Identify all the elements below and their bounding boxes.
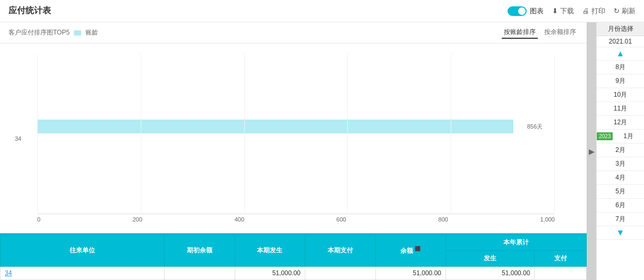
header: 应付统计表 图表 ⬇ 下载 🖨 打印 ↻ 刷新 (0, 0, 644, 22)
col-unit-header: 往来单位 (1, 235, 165, 267)
sort-by-balance-button[interactable]: 按账龄排序 (502, 27, 538, 39)
refresh-label: 刷新 (622, 6, 636, 16)
sidebar-month-3[interactable]: 3月 (597, 157, 644, 171)
x-tick-600: 600 (337, 216, 346, 223)
balance-cell: 51,000.00 (375, 267, 445, 280)
x-axis: 0 200 400 600 800 1,000 (37, 214, 555, 223)
sidebar-month-6[interactable]: 6月 (597, 199, 644, 213)
sidebar-month-2[interactable]: 2月 (597, 143, 644, 157)
y-axis-label: 34 (15, 135, 21, 142)
chart-legend: 客户应付排序图TOP5 账龄 (8, 28, 98, 37)
data-table: 往来单位 期初余额 本期发生 本期支付 余额 ⬛ 本年累计 (0, 234, 587, 280)
page-title: 应付统计表 (8, 5, 51, 16)
table-section: 往来单位 期初余额 本期发生 本期支付 余额 ⬛ 本年累计 (0, 233, 587, 280)
sidebar-month-9[interactable]: 9月 (597, 74, 644, 88)
col-ytd-occur-header: 发生 (445, 251, 534, 267)
chart-toggle-wrap: 图表 (508, 6, 544, 16)
x-tick-400: 400 (235, 216, 244, 223)
ytd-occur-cell: 51,000.00 (445, 267, 534, 280)
chevron-up-icon: ▲ (616, 49, 625, 58)
legend-dot (74, 30, 81, 36)
sidebar-month-8[interactable]: 8月 (597, 61, 644, 74)
download-button[interactable]: ⬇ 下载 (552, 6, 574, 16)
sidebar-month-10[interactable]: 10月 (597, 88, 644, 102)
chart-area: 客户应付排序图TOP5 账龄 按账龄排序 按余额排序 34 856天 (0, 22, 587, 280)
sidebar-collapse-button[interactable]: ▶ (587, 22, 596, 280)
app-container: 应付统计表 图表 ⬇ 下载 🖨 打印 ↻ 刷新 (0, 0, 644, 280)
sidebar-down-button[interactable]: ▼ (597, 226, 644, 240)
month-sidebar: 月份选择 2021.01 ▲ 8月 9月 10月 11月 12月 2023 1月… (596, 22, 644, 280)
year-2023-badge: 2023 (597, 132, 613, 140)
chart-toggle[interactable] (508, 6, 527, 16)
sidebar-month-4[interactable]: 4月 (597, 171, 644, 185)
col-balance-header: 余额 ⬛ (375, 235, 445, 267)
sidebar-header: 月份选择 (597, 22, 644, 36)
unit-cell[interactable]: 34 (1, 267, 165, 280)
chart-toolbar: 客户应付排序图TOP5 账龄 按账龄排序 按余额排序 (0, 22, 587, 44)
refresh-icon: ↻ (614, 7, 620, 15)
sort-by-amount-button[interactable]: 按余额排序 (542, 27, 578, 39)
opening-cell (165, 267, 235, 280)
print-button[interactable]: 🖨 打印 (582, 6, 605, 16)
collapse-icon: ▶ (589, 147, 595, 156)
col-pay-header: 本期支付 (305, 235, 375, 267)
chart-toggle-label: 图表 (530, 6, 544, 16)
table-row: 34 51,000.00 51,000.00 51,000.00 (1, 267, 587, 280)
sidebar-month-5[interactable]: 5月 (597, 185, 644, 199)
grid-lines (37, 54, 555, 212)
col-opening-header: 期初余额 (165, 235, 235, 267)
main-content: 客户应付排序图TOP5 账龄 按账龄排序 按余额排序 34 856天 (0, 22, 644, 280)
sort-buttons: 按账龄排序 按余额排序 (502, 27, 578, 39)
x-tick-1000: 1,000 (540, 216, 555, 223)
header-actions: 图表 ⬇ 下载 🖨 打印 ↻ 刷新 (508, 6, 636, 16)
bar-chart: 34 856天 0 200 400 600 800 1,000 (0, 44, 587, 233)
chevron-down-icon: ▼ (616, 228, 625, 237)
x-tick-800: 800 (439, 216, 448, 223)
download-label: 下载 (560, 6, 574, 16)
occur-cell: 51,000.00 (235, 267, 305, 280)
x-tick-0: 0 (37, 216, 40, 223)
download-icon: ⬇ (552, 7, 558, 15)
x-tick-200: 200 (133, 216, 142, 223)
legend-item: 账龄 (85, 28, 98, 37)
pay-cell (305, 267, 375, 280)
year-2023-row: 2023 1月 (597, 130, 644, 143)
col-ytd-pay-header: 支付 (535, 251, 587, 267)
balance-icon: ⬛ (415, 246, 420, 251)
col-occur-header: 本期发生 (235, 235, 305, 267)
table-wrap: 往来单位 期初余额 本期发生 本期支付 余额 ⬛ 本年累计 (0, 234, 587, 280)
sidebar-month-11[interactable]: 11月 (597, 102, 644, 116)
col-ytd-header: 本年累计 (445, 235, 586, 251)
print-label: 打印 (591, 6, 605, 16)
sidebar-month-7[interactable]: 7月 (597, 213, 644, 226)
sidebar-month-12[interactable]: 12月 (597, 116, 644, 130)
ytd-pay-cell (535, 267, 587, 280)
print-icon: 🖨 (582, 7, 589, 15)
sidebar-up-button[interactable]: ▲ (597, 47, 644, 61)
sidebar-month-1-2023[interactable]: 1月 (613, 130, 644, 143)
refresh-button[interactable]: ↻ 刷新 (614, 6, 636, 16)
sidebar-year-display[interactable]: 2021.01 (597, 36, 644, 47)
legend-label: 客户应付排序图TOP5 (8, 28, 70, 37)
